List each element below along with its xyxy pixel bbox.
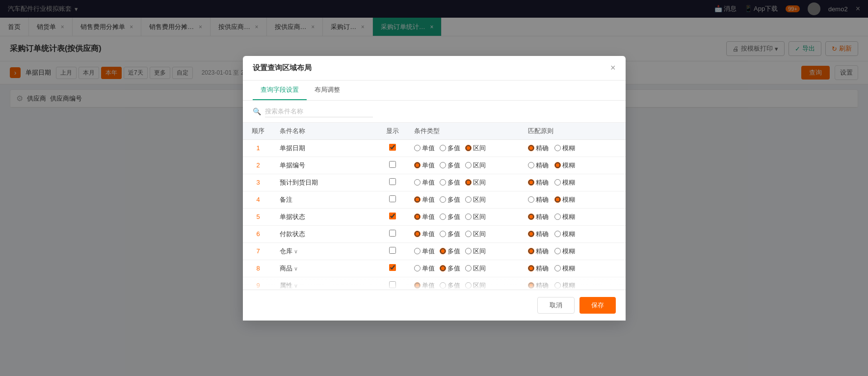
modal-backdrop: 设置查询区域布局 × 查询字段设置 布局调整 🔍 bbox=[0, 0, 868, 113]
modal-tab-layout-adjust[interactable]: 布局调整 bbox=[307, 81, 348, 100]
modal-search-input-container[interactable] bbox=[265, 106, 373, 113]
modal-header: 设置查询区域布局 × bbox=[243, 56, 626, 81]
modal-title: 设置查询区域布局 bbox=[253, 63, 312, 73]
modal-close-button[interactable]: × bbox=[610, 63, 616, 73]
modal-tab-field-settings[interactable]: 查询字段设置 bbox=[253, 81, 307, 100]
modal-dialog: 设置查询区域布局 × 查询字段设置 布局调整 🔍 bbox=[243, 56, 626, 113]
modal-search-icon: 🔍 bbox=[253, 107, 261, 113]
modal-search-area: 🔍 bbox=[243, 101, 626, 113]
modal-tabs: 查询字段设置 布局调整 bbox=[243, 81, 626, 101]
modal-search-input[interactable] bbox=[265, 107, 373, 113]
